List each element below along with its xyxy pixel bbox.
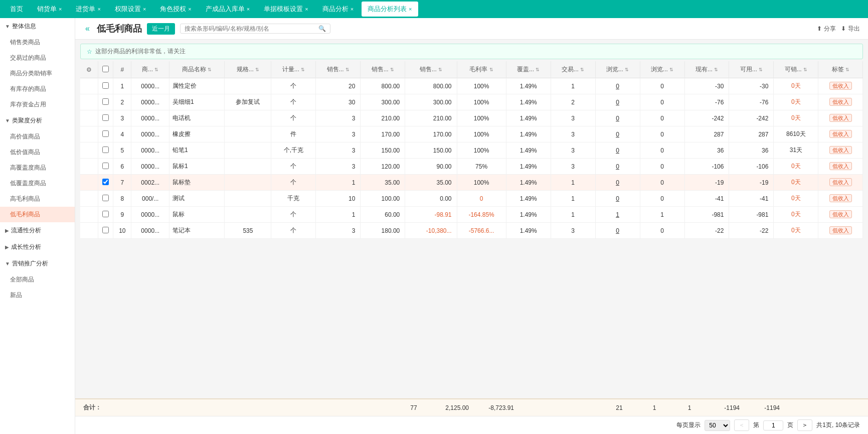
row-checkbox[interactable]	[102, 179, 109, 185]
row-name[interactable]: 铅笔1	[169, 142, 225, 159]
sidebar-group-marketing[interactable]: ▼ 营销推广分析	[0, 255, 75, 272]
row-view1[interactable]: 1	[595, 207, 640, 223]
search-input[interactable]	[185, 25, 318, 32]
page-size-select[interactable]: 50 100 200	[705, 420, 730, 431]
view1-link[interactable]: 0	[616, 99, 619, 106]
row-checkbox-cell[interactable]	[98, 94, 113, 110]
sidebar-toggle-button[interactable]: «	[83, 22, 92, 35]
sidebar-group-overall[interactable]: ▼ 整体信息	[0, 18, 75, 35]
sales-price-column-header[interactable]: 销售... ⇅	[361, 61, 405, 78]
select-all-checkbox[interactable]	[102, 66, 109, 72]
row-checkbox-cell[interactable]	[98, 191, 113, 207]
current-column-header[interactable]: 现有... ⇅	[684, 61, 729, 78]
row-view1[interactable]: 0	[595, 175, 640, 191]
tag-column-header[interactable]: 标签 ⇅	[818, 61, 863, 78]
row-checkbox-cell[interactable]	[98, 175, 113, 191]
view2-column-header[interactable]: 浏览... ⇅	[640, 61, 684, 78]
sidebar-item-in-stock[interactable]: 有库存的商品	[0, 81, 75, 97]
view1-link[interactable]: 0	[616, 163, 619, 170]
sidebar-item-high-value[interactable]: 高价值商品	[0, 129, 75, 144]
row-view1[interactable]: 0	[595, 142, 640, 159]
row-name[interactable]: 鼠标垫	[169, 175, 225, 191]
row-view1[interactable]: 0	[595, 110, 640, 126]
row-checkbox-cell[interactable]	[98, 142, 113, 159]
page-number-input[interactable]	[763, 420, 783, 430]
sidebar-item-capital[interactable]: 库存资金占用	[0, 97, 75, 112]
row-checkbox-cell[interactable]	[98, 110, 113, 126]
nav-purchase[interactable]: 进货单×	[70, 2, 106, 17]
row-name[interactable]: 属性定价	[169, 78, 225, 94]
sidebar-group-circulation[interactable]: ▶ 流通性分析	[0, 222, 75, 239]
row-checkbox[interactable]	[102, 227, 109, 233]
view1-link[interactable]: 0	[616, 115, 619, 122]
sidebar-item-low-coverage[interactable]: 低覆盖度商品	[0, 176, 75, 191]
row-checkbox-cell[interactable]	[98, 126, 113, 142]
prev-page-button[interactable]: ＜	[734, 419, 749, 431]
row-name[interactable]: 鼠标1	[169, 159, 225, 175]
close-icon[interactable]: ×	[97, 6, 100, 12]
close-icon[interactable]: ×	[247, 6, 250, 12]
spec-column-header[interactable]: 规格... ⇅	[225, 61, 271, 78]
nav-sales[interactable]: 销货单×	[31, 2, 68, 17]
row-checkbox[interactable]	[102, 147, 109, 153]
close-icon[interactable]: ×	[305, 6, 308, 12]
time-filter-button[interactable]: 近一月	[147, 23, 175, 35]
row-checkbox[interactable]	[102, 163, 109, 169]
row-view1[interactable]: 0	[595, 159, 640, 175]
sidebar-item-low-value[interactable]: 低价值商品	[0, 144, 75, 160]
view1-link[interactable]: 0	[616, 83, 619, 90]
row-checkbox-cell[interactable]	[98, 78, 113, 94]
unit-column-header[interactable]: 计量... ⇅	[271, 61, 316, 78]
row-view1[interactable]: 0	[595, 126, 640, 142]
row-name[interactable]: 笔记本	[169, 223, 225, 239]
nav-home[interactable]: 首页	[4, 2, 29, 17]
sidebar-item-low-margin[interactable]: 低毛利商品	[0, 207, 75, 222]
row-view1[interactable]: 0	[595, 223, 640, 239]
view1-link[interactable]: 0	[616, 227, 619, 234]
cover-rate-column-header[interactable]: 覆盖... ⇅	[506, 61, 551, 78]
view1-column-header[interactable]: 浏览... ⇅	[595, 61, 640, 78]
row-view1[interactable]: 0	[595, 78, 640, 94]
sales-profit-column-header[interactable]: 销售... ⇅	[405, 61, 457, 78]
sidebar-item-all-goods[interactable]: 全部商品	[0, 272, 75, 287]
row-checkbox[interactable]	[102, 130, 109, 137]
code-column-header[interactable]: 商... ⇅	[131, 61, 169, 78]
sales-qty-column-header[interactable]: 销售... ⇅	[316, 61, 361, 78]
close-icon[interactable]: ×	[143, 6, 146, 12]
sellable-column-header[interactable]: 可销... ⇅	[774, 61, 818, 78]
row-view1[interactable]: 0	[595, 94, 640, 110]
name-column-header[interactable]: 商品名称 ⇅	[169, 61, 225, 78]
close-icon[interactable]: ×	[409, 6, 412, 12]
close-icon[interactable]: ×	[188, 6, 191, 12]
nav-product-entry[interactable]: 产成品入库单×	[200, 2, 256, 17]
nav-template[interactable]: 单据模板设置×	[258, 2, 314, 17]
row-checkbox[interactable]	[102, 98, 109, 105]
close-icon[interactable]: ×	[351, 6, 354, 12]
settings-column-header[interactable]: ⚙	[80, 61, 98, 78]
view1-link[interactable]: 0	[616, 179, 619, 186]
close-icon[interactable]: ×	[59, 6, 62, 12]
row-name[interactable]: 吴细细1	[169, 94, 225, 110]
sidebar-item-traded-goods[interactable]: 交易过的商品	[0, 50, 75, 66]
nav-role[interactable]: 角色授权×	[154, 2, 197, 17]
row-checkbox-cell[interactable]	[98, 223, 113, 239]
view1-link[interactable]: 1	[616, 211, 619, 218]
sidebar-item-category-rate[interactable]: 商品分类助销率	[0, 66, 75, 81]
sidebar-item-high-margin[interactable]: 高毛利商品	[0, 191, 75, 207]
trans-column-header[interactable]: 交易... ⇅	[551, 61, 595, 78]
profit-rate-column-header[interactable]: 毛利率 ⇅	[457, 61, 506, 78]
row-checkbox-cell[interactable]	[98, 207, 113, 223]
sidebar-group-growth[interactable]: ▶ 成长性分析	[0, 239, 75, 255]
row-view1[interactable]: 0	[595, 191, 640, 207]
export-button[interactable]: ⬇ 导出	[841, 25, 860, 33]
row-name[interactable]: 鼠标	[169, 207, 225, 223]
row-checkbox[interactable]	[102, 114, 109, 121]
row-checkbox[interactable]	[102, 82, 109, 89]
row-name[interactable]: 橡皮擦	[169, 126, 225, 142]
row-checkbox-cell[interactable]	[98, 159, 113, 175]
next-page-button[interactable]: ＞	[797, 419, 812, 431]
available-column-header[interactable]: 可用... ⇅	[729, 61, 774, 78]
view1-link[interactable]: 0	[616, 131, 619, 138]
sidebar-group-cluster[interactable]: ▼ 类聚度分析	[0, 112, 75, 129]
sidebar-item-high-coverage[interactable]: 高覆盖度商品	[0, 160, 75, 176]
